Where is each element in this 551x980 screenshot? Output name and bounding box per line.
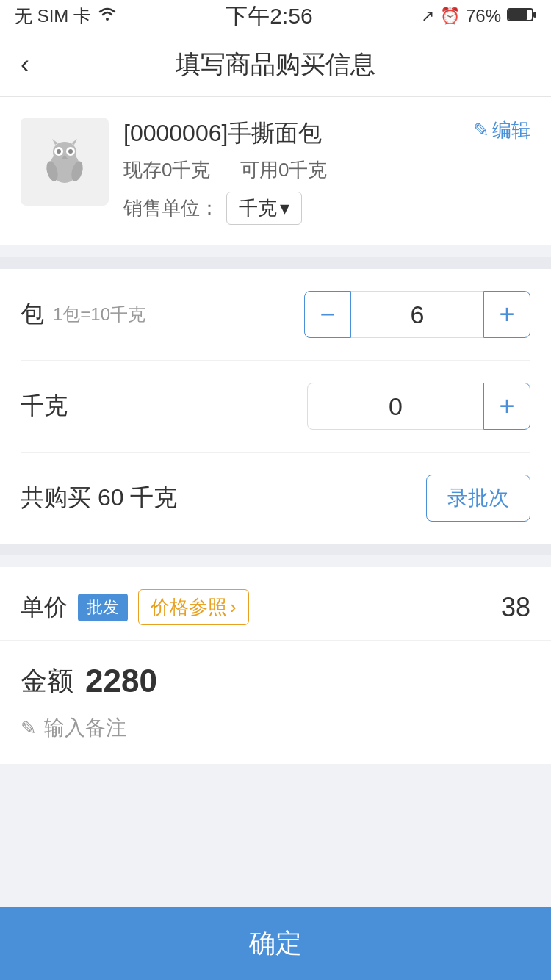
unit-label: 销售单位： xyxy=(123,195,219,221)
svg-marker-11 xyxy=(71,139,77,145)
total-label: 共购买 60 千克 xyxy=(21,482,177,514)
status-left: 无 SIM 卡 xyxy=(15,4,118,28)
svg-point-8 xyxy=(68,149,73,154)
product-thumbnail xyxy=(21,118,109,206)
separator-2 xyxy=(0,544,551,555)
product-unit-row: 销售单位： 千克 ▾ xyxy=(123,192,530,225)
price-row: 单价 批发 价格参照 › 38 xyxy=(21,589,530,625)
stock-spacer xyxy=(216,159,235,181)
package-plus-button[interactable]: + xyxy=(483,291,530,338)
unit-dropdown[interactable]: 千克 ▾ xyxy=(226,192,302,225)
product-image-owl xyxy=(39,136,90,187)
price-tag: 批发 xyxy=(78,594,128,621)
amount-label: 金额 xyxy=(21,663,73,699)
product-stock: 现存0千克 可用0千克 xyxy=(123,157,530,183)
package-qty-row: 包 1包=10千克 − + xyxy=(21,269,530,361)
kg-qty-control: + xyxy=(307,383,530,430)
location-icon: ↗ xyxy=(421,7,434,26)
price-label: 单价 xyxy=(21,591,68,624)
wifi-icon xyxy=(97,6,118,26)
price-section: 单价 批发 价格参照 › 38 xyxy=(0,567,551,640)
svg-rect-2 xyxy=(533,12,536,18)
alarm-icon: ⏰ xyxy=(440,7,460,26)
amount-row: 金额 2280 xyxy=(21,663,530,699)
remark-row[interactable]: ✎ 输入备注 xyxy=(21,714,530,742)
separator-1 xyxy=(0,257,551,269)
svg-point-7 xyxy=(57,149,61,154)
package-sublabel: 1包=10千克 xyxy=(53,303,145,326)
package-qty-section: 包 1包=10千克 − + 千克 + 共购买 60 千克 录批次 xyxy=(0,269,551,544)
price-value: 38 xyxy=(501,592,530,623)
remark-label: 输入备注 xyxy=(44,714,126,742)
product-name: [0000006]手撕面包 xyxy=(123,118,530,150)
kg-label: 千克 xyxy=(21,390,68,422)
status-right: ↗ ⏰ 76% xyxy=(421,6,536,26)
total-row: 共购买 60 千克 录批次 xyxy=(21,453,530,544)
record-batch-button[interactable]: 录批次 xyxy=(426,475,530,522)
battery-icon xyxy=(507,6,536,26)
edit-icon: ✎ xyxy=(473,119,489,142)
svg-marker-10 xyxy=(52,139,58,145)
nav-bar: ‹ 填写商品购买信息 xyxy=(0,32,551,97)
product-card: [0000006]手撕面包 现存0千克 可用0千克 销售单位： 千克 ▾ ✎ 编… xyxy=(0,97,551,245)
kg-plus-button[interactable]: + xyxy=(483,383,530,430)
product-info: [0000006]手撕面包 现存0千克 可用0千克 销售单位： 千克 ▾ xyxy=(123,118,530,225)
package-qty-control: − + xyxy=(304,291,530,338)
battery-percent: 76% xyxy=(466,6,501,26)
back-button[interactable]: ‹ xyxy=(21,49,29,80)
package-label: 包 xyxy=(21,298,44,331)
price-ref-button[interactable]: 价格参照 › xyxy=(138,589,249,625)
status-time: 下午2:56 xyxy=(226,1,312,32)
dropdown-arrow-icon: ▾ xyxy=(280,197,289,220)
no-sim-label: 无 SIM 卡 xyxy=(15,4,91,28)
amount-section: 金额 2280 ✎ 输入备注 xyxy=(0,640,551,764)
edit-button[interactable]: ✎ 编辑 xyxy=(473,118,530,143)
status-bar: 无 SIM 卡 下午2:56 ↗ ⏰ 76% xyxy=(0,0,551,32)
stock-current: 现存0千克 xyxy=(123,159,210,181)
amount-value: 2280 xyxy=(85,663,157,699)
pencil-icon: ✎ xyxy=(21,717,37,740)
package-minus-button[interactable]: − xyxy=(304,291,351,338)
package-qty-input[interactable] xyxy=(351,291,483,338)
page-title: 填写商品购买信息 xyxy=(176,48,375,82)
confirm-button[interactable]: 确定 xyxy=(0,907,551,980)
kg-qty-row: 千克 + xyxy=(21,361,530,453)
svg-rect-1 xyxy=(508,10,527,20)
price-ref-label: 价格参照 xyxy=(151,594,227,620)
price-ref-arrow-icon: › xyxy=(230,596,237,619)
stock-available: 可用0千克 xyxy=(240,159,327,181)
kg-qty-input[interactable] xyxy=(307,383,483,430)
